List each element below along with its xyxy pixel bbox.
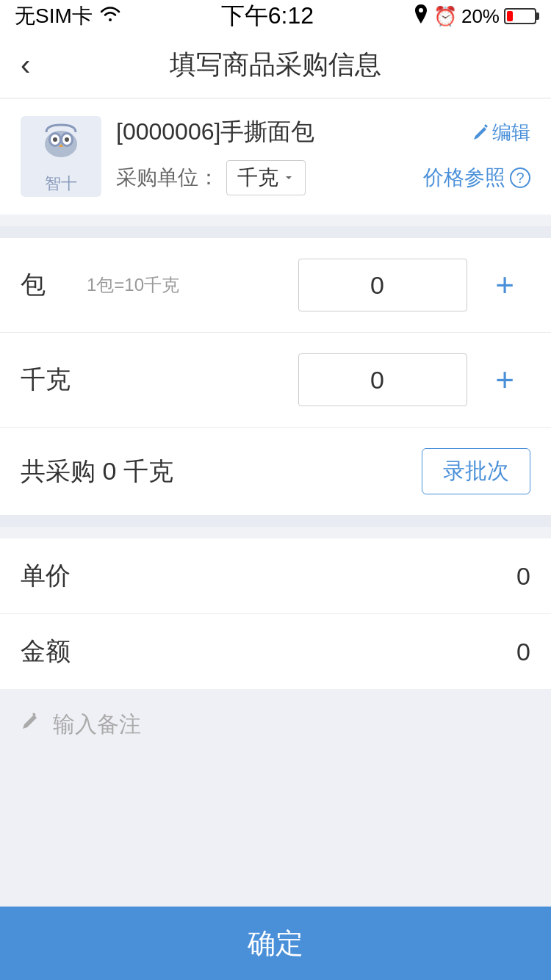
product-image: 智十 [21, 116, 101, 197]
battery-icon [504, 8, 536, 24]
alarm-icon: ⏰ [433, 5, 457, 28]
svg-point-6 [65, 137, 69, 142]
confirm-button[interactable]: 确定 [0, 907, 551, 980]
status-left: 无SIM卡 [15, 2, 122, 30]
product-brand-text: 智十 [45, 173, 77, 195]
product-name: [0000006]手撕面包 [116, 116, 314, 148]
note-placeholder: 输入备注 [53, 710, 141, 740]
unit-price-value: 0 [516, 562, 530, 591]
kg-label: 千克 [21, 363, 79, 397]
pack-input-right: + [298, 259, 530, 311]
pack-number-input[interactable] [298, 259, 467, 311]
status-right: ⏰ 20% [413, 4, 536, 29]
amount-row: 金额 0 [0, 614, 551, 689]
product-name-row: [0000006]手撕面包 编辑 [116, 116, 530, 148]
product-owl-icon [39, 119, 83, 170]
location-icon [413, 4, 429, 29]
pencil-icon [21, 711, 43, 738]
help-circle-icon: ? [510, 167, 530, 188]
unit-price-row: 单价 0 [0, 538, 551, 614]
carrier-text: 无SIM卡 [15, 2, 93, 30]
pack-input-row: 包 1包=10千克 + [0, 238, 551, 333]
edit-button[interactable]: 编辑 [473, 120, 530, 145]
batch-button[interactable]: 录批次 [422, 448, 530, 494]
wifi-icon [98, 4, 122, 28]
note-section[interactable]: 输入备注 [0, 689, 551, 760]
price-ref-button[interactable]: 价格参照 ? [423, 164, 530, 192]
input-section: 包 1包=10千克 + 千克 + [0, 238, 551, 428]
kg-input-row: 千克 + [0, 333, 551, 428]
kg-input-right: + [298, 353, 530, 406]
product-unit-row: 采购单位： 千克 价格参照 ? [116, 160, 530, 195]
pack-sublabel: 1包=10千克 [87, 273, 298, 297]
pack-plus-button[interactable]: + [479, 259, 530, 311]
kg-plus-button[interactable]: + [479, 354, 530, 406]
battery-percent: 20% [461, 5, 500, 28]
summary-text: 共采购 0 千克 [21, 455, 173, 489]
unit-label: 采购单位： 千克 [116, 160, 306, 195]
status-time: 下午6:12 [221, 0, 314, 32]
product-info: [0000006]手撕面包 编辑 采购单位： 千克 价格参照 ? [116, 116, 530, 195]
product-card: 智十 [0000006]手撕面包 编辑 采购单位： 千克 价格参照 ? [0, 98, 551, 215]
unit-selector[interactable]: 千克 [226, 160, 306, 195]
status-bar: 无SIM卡 下午6:12 ⏰ 20% [0, 0, 551, 32]
section-divider-1 [0, 226, 551, 238]
summary-row: 共采购 0 千克 录批次 [0, 428, 551, 515]
svg-point-5 [53, 137, 57, 142]
amount-label: 金额 [21, 635, 71, 669]
back-button[interactable]: ‹ [21, 48, 30, 82]
nav-bar: ‹ 填写商品采购信息 [0, 32, 551, 98]
kg-number-input[interactable] [298, 353, 467, 406]
price-section: 单价 0 金额 0 [0, 538, 551, 689]
amount-value: 0 [516, 638, 530, 666]
unit-price-label: 单价 [21, 559, 71, 593]
page-title: 填写商品采购信息 [170, 47, 381, 83]
section-divider-2 [0, 515, 551, 527]
pack-label: 包 [21, 268, 79, 302]
